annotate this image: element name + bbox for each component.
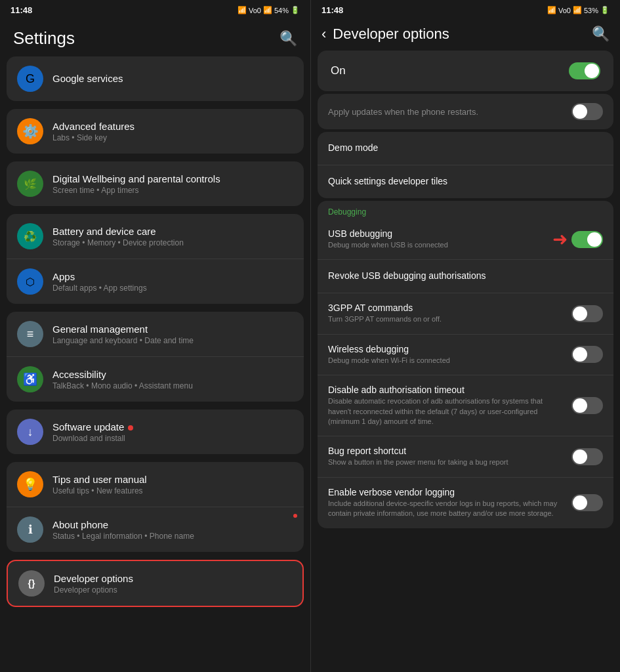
tips-text: Tips and user manual Useful tips • New f… <box>52 474 293 495</box>
left-page-title: Settings <box>13 28 75 49</box>
google-title: Google services <box>52 73 293 84</box>
3gpp-row[interactable]: 3GPP AT commands Turn 3GPP AT commands o… <box>318 293 613 334</box>
bug-report-toggle[interactable] <box>571 448 603 465</box>
developer-item[interactable]: {} Developer options Developer options <box>8 561 302 606</box>
left-panel: 11:48 📶 Vo0 📶 54% 🔋 Settings 🔍 G Google … <box>0 0 310 672</box>
battery-title: Battery and device care <box>52 226 293 237</box>
battery-left: 54% <box>274 7 289 14</box>
apps-icon: ⬡ <box>17 268 43 295</box>
about-subtitle: Status • Legal information • Phone name <box>52 532 293 541</box>
apply-updates-knob <box>573 104 587 119</box>
bug-report-knob <box>573 450 587 464</box>
dev-on-label: On <box>331 64 346 77</box>
wireless-debug-subtitle: Debug mode when Wi-Fi is connected <box>328 356 565 366</box>
right-status-bar: 11:48 📶 Vo0 📶 53% 🔋 <box>311 0 620 18</box>
developer-subtitle: Developer options <box>54 585 292 595</box>
accessibility-title: Accessibility <box>52 369 293 380</box>
digital-group: 🌿 Digital Wellbeing and parental control… <box>7 161 304 206</box>
bug-report-row[interactable]: Bug report shortcut Show a button in the… <box>318 436 613 477</box>
right-status-icons: 📶 Vo0 📶 53% 🔋 <box>547 6 610 14</box>
developer-text: Developer options Developer options <box>54 573 292 595</box>
disable-adb-knob <box>573 398 587 413</box>
apply-updates-row[interactable]: Apply updates when the phone restarts. <box>318 94 613 129</box>
demo-mode-row[interactable]: Demo mode <box>318 132 613 165</box>
advanced-subtitle: Labs • Side key <box>52 133 293 142</box>
revoke-usb-row[interactable]: Revoke USB debugging authorisations <box>318 260 613 293</box>
wifi-icon: 📶 <box>238 6 247 14</box>
left-settings-list: G Google services ⚙️ Advanced features L… <box>0 56 310 672</box>
tips-item[interactable]: 💡 Tips and user manual Useful tips • New… <box>7 462 304 507</box>
left-page-header: Settings 🔍 <box>0 18 310 56</box>
quicktiles-row[interactable]: Quick settings developer tiles <box>318 165 613 198</box>
google-item[interactable]: G Google services <box>7 56 304 101</box>
apply-updates-toggle[interactable] <box>571 103 603 120</box>
usb-debug-knob <box>587 232 602 247</box>
bug-report-text: Bug report shortcut Show a button in the… <box>328 446 565 467</box>
advanced-item[interactable]: ⚙️ Advanced features Labs • Side key <box>7 109 304 154</box>
right-search-icon[interactable]: 🔍 <box>592 26 610 43</box>
digital-item[interactable]: 🌿 Digital Wellbeing and parental control… <box>7 161 304 206</box>
left-status-bar: 11:48 📶 Vo0 📶 54% 🔋 <box>0 0 310 18</box>
right-signal-icon: Vo0 <box>558 7 571 14</box>
wireless-debug-knob <box>573 347 587 362</box>
verbose-logging-text: Enable verbose vendor logging Include ad… <box>328 487 565 519</box>
disable-adb-title: Disable adb authorisation timeout <box>328 385 565 395</box>
revoke-usb-text: Revoke USB debugging authorisations <box>328 270 596 282</box>
verbose-logging-knob <box>573 495 587 510</box>
3gpp-knob <box>573 306 587 321</box>
advanced-group: ⚙️ Advanced features Labs • Side key <box>7 109 304 154</box>
apps-subtitle: Default apps • App settings <box>52 284 293 293</box>
debugging-label: Debugging <box>318 201 613 219</box>
disable-adb-toggle[interactable] <box>571 397 603 414</box>
disable-adb-row[interactable]: Disable adb authorisation timeout Disabl… <box>318 375 613 436</box>
accessibility-item[interactable]: ♿ Accessibility TalkBack • Mono audio • … <box>7 357 304 402</box>
usb-debug-toggle[interactable] <box>571 231 603 248</box>
digital-subtitle: Screen time • App timers <box>52 186 293 195</box>
usb-debug-row[interactable]: USB debugging Debug mode when USB is con… <box>318 219 613 260</box>
dev-on-row[interactable]: On <box>318 51 613 91</box>
advanced-icon: ⚙️ <box>17 118 43 144</box>
demo-mode-title: Demo mode <box>328 142 596 153</box>
advanced-text: Advanced features Labs • Side key <box>52 121 293 142</box>
left-time: 11:48 <box>10 5 32 15</box>
digital-title: Digital Wellbeing and parental controls <box>52 173 293 184</box>
verbose-logging-toggle[interactable] <box>571 494 603 511</box>
about-icon: ℹ <box>17 516 43 543</box>
general-subtitle: Language and keyboard • Date and time <box>52 336 293 345</box>
battery-item[interactable]: ♻️ Battery and device care Storage • Mem… <box>7 214 304 259</box>
3gpp-subtitle: Turn 3GPP AT commands on or off. <box>328 314 565 324</box>
verbose-logging-row[interactable]: Enable verbose vendor logging Include ad… <box>318 478 613 528</box>
usb-debug-subtitle: Debug mode when USB is connected <box>328 240 546 250</box>
about-item[interactable]: ℹ About phone Status • Legal information… <box>7 507 304 552</box>
battery-apps-group: ♻️ Battery and device care Storage • Mem… <box>7 214 304 304</box>
3gpp-title: 3GPP AT commands <box>328 303 565 313</box>
general-text: General management Language and keyboard… <box>52 324 293 345</box>
right-time: 11:48 <box>321 5 343 15</box>
usb-debug-text: USB debugging Debug mode when USB is con… <box>328 228 546 250</box>
general-item[interactable]: ≡ General management Language and keyboa… <box>7 312 304 357</box>
wireless-debug-row[interactable]: Wireless debugging Debug mode when Wi-Fi… <box>318 335 613 375</box>
battery-subtitle: Storage • Memory • Device protection <box>52 238 293 247</box>
tips-about-group: 💡 Tips and user manual Useful tips • New… <box>7 462 304 552</box>
accessibility-subtitle: TalkBack • Mono audio • Assistant menu <box>52 381 293 390</box>
left-status-icons: 📶 Vo0 📶 54% 🔋 <box>238 6 300 14</box>
digital-icon: 🌿 <box>17 171 43 197</box>
software-group: ↓ Software update Download and install <box>7 410 304 454</box>
left-search-icon[interactable]: 🔍 <box>279 30 297 47</box>
dev-on-toggle[interactable] <box>569 62 600 79</box>
debugging-section: Debugging USB debugging Debug mode when … <box>318 201 613 528</box>
software-text: Software update Download and install <box>52 421 293 443</box>
battery-care-icon: ♻️ <box>17 223 43 249</box>
wireless-debug-toggle[interactable] <box>571 346 603 363</box>
quicktiles-title: Quick settings developer tiles <box>328 176 596 186</box>
back-button[interactable]: ‹ <box>321 26 326 43</box>
apps-item[interactable]: ⬡ Apps Default apps • App settings <box>7 259 304 304</box>
3gpp-toggle[interactable] <box>571 305 603 322</box>
bug-report-subtitle: Show a button in the power menu for taki… <box>328 457 565 467</box>
accessibility-icon: ♿ <box>17 366 43 392</box>
general-title: General management <box>52 324 293 335</box>
disable-adb-subtitle: Disable automatic revocation of adb auth… <box>328 396 565 427</box>
bug-report-title: Bug report shortcut <box>328 446 565 456</box>
software-item[interactable]: ↓ Software update Download and install <box>7 410 304 454</box>
battery-text: Battery and device care Storage • Memory… <box>52 226 293 247</box>
